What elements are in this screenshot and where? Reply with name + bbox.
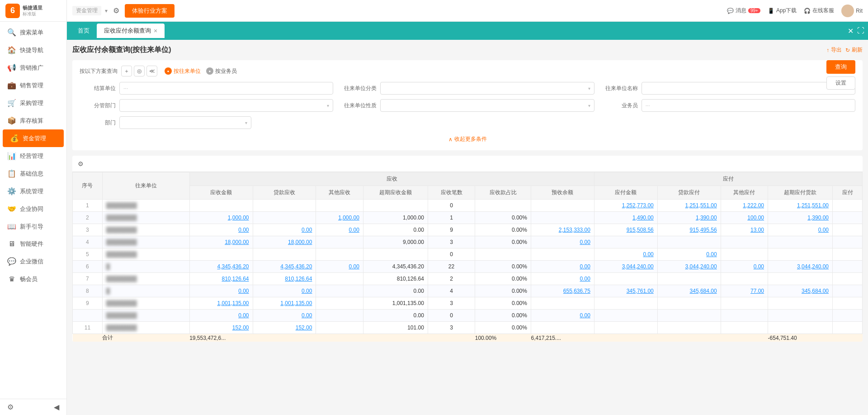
filter-input-salesperson[interactable]: ···: [642, 99, 855, 112]
cell-pay-other[interactable]: [721, 248, 768, 261]
cell-recv-prepay[interactable]: 0.00: [531, 236, 594, 248]
cell-recv-amt[interactable]: 0.00: [189, 310, 253, 322]
sidebar-item-wechat[interactable]: 💬 企业微信: [0, 253, 66, 270]
cell-recv-loan[interactable]: 0.00: [253, 224, 316, 236]
cell-recv-prepay[interactable]: 2,153,333.00: [531, 224, 594, 236]
cell-recv-amt[interactable]: 1,001,135.00: [189, 297, 253, 310]
setting-button[interactable]: 设置: [826, 76, 855, 90]
cell-recv-prepay[interactable]: [531, 322, 594, 334]
cell-recv-loan[interactable]: 152.00: [253, 322, 316, 334]
cell-pay-overdue[interactable]: [768, 236, 833, 248]
cell-pay-other[interactable]: [721, 322, 768, 334]
cell-pay-amt[interactable]: 1,252,773.00: [594, 200, 657, 212]
sidebar-item-inventory[interactable]: 📦 库存核算: [0, 112, 66, 129]
tab-home[interactable]: 首页: [71, 27, 97, 35]
cell-pay-amt[interactable]: [594, 310, 657, 322]
cell-recv-loan[interactable]: [253, 248, 316, 261]
cell-recv-amt[interactable]: 810,126.64: [189, 273, 253, 285]
cell-recv-amt[interactable]: 18,000.00: [189, 236, 253, 248]
query-button[interactable]: 查询: [826, 60, 855, 74]
online-service-btn[interactable]: 🎧 在线客服: [804, 7, 834, 14]
cell-pay-loan[interactable]: [657, 310, 721, 322]
sidebar-item-sales[interactable]: 💼 销售管理: [0, 76, 66, 94]
cell-recv-prepay[interactable]: [531, 297, 594, 310]
table-scroll-area[interactable]: 序号 往来单位 应收 应付 应收金额 贷款应收 其他应收 超期应收金额 应收笔数…: [72, 172, 863, 342]
cell-recv-other[interactable]: [316, 310, 363, 322]
cell-recv-loan[interactable]: 0.00: [253, 285, 316, 297]
cell-recv-other[interactable]: [316, 322, 363, 334]
cell-pay-overdue[interactable]: [768, 322, 833, 334]
cell-recv-loan[interactable]: 810,126.64: [253, 273, 316, 285]
cell-pay-amt[interactable]: [594, 236, 657, 248]
sidebar-item-coop[interactable]: 🤝 企业协同: [0, 200, 66, 218]
cell-pay-loan[interactable]: 3,044,240.00: [657, 261, 721, 273]
cell-pay-other[interactable]: [721, 236, 768, 248]
cell-pay-overdue[interactable]: [768, 248, 833, 261]
filter-select-department[interactable]: ▾: [119, 116, 251, 129]
sidebar-item-member[interactable]: ♛ 畅会员: [0, 270, 66, 288]
cell-recv-amt[interactable]: [189, 200, 253, 212]
cell-pay-amt[interactable]: [594, 273, 657, 285]
cell-pay-other[interactable]: [721, 310, 768, 322]
cell-recv-loan[interactable]: 1,001,135.00: [253, 297, 316, 310]
cell-pay-other[interactable]: [721, 297, 768, 310]
cell-pay-loan[interactable]: [657, 236, 721, 248]
sidebar-item-system[interactable]: ⚙️ 系统管理: [0, 182, 66, 200]
filter-select-partner-nature[interactable]: ▾: [380, 99, 594, 112]
scheme-add-btn[interactable]: ＋: [121, 66, 132, 76]
cell-pay-other[interactable]: 100.00: [721, 212, 768, 224]
cell-recv-prepay[interactable]: [531, 212, 594, 224]
settings-gear-icon[interactable]: ⚙: [111, 5, 121, 17]
filter-input-settlement[interactable]: ···: [119, 82, 333, 95]
cell-pay-loan[interactable]: 1,390.00: [657, 212, 721, 224]
cell-pay-amt[interactable]: 1,490.00: [594, 212, 657, 224]
user-area[interactable]: Rit: [841, 5, 863, 17]
app-download-btn[interactable]: 📱 App下载: [768, 7, 797, 14]
cell-recv-other[interactable]: [316, 297, 363, 310]
cell-pay-other[interactable]: [721, 273, 768, 285]
cell-pay-loan[interactable]: 345,684.00: [657, 285, 721, 297]
cell-recv-prepay[interactable]: 0.00: [531, 310, 594, 322]
cell-recv-amt[interactable]: 1,000.00: [189, 212, 253, 224]
tab-close-window-icon[interactable]: ✕: [848, 27, 854, 35]
refresh-btn[interactable]: ↻ 刷新: [845, 46, 863, 54]
cell-pay-overdue[interactable]: 0.00: [768, 224, 833, 236]
cell-pay-other[interactable]: 0.00: [721, 261, 768, 273]
sidebar-item-purchase[interactable]: 🛒 采购管理: [0, 94, 66, 112]
cell-recv-other[interactable]: [316, 200, 363, 212]
sidebar-item-finance[interactable]: 💰 资金管理: [3, 129, 64, 147]
sidebar-item-quick-nav[interactable]: 🏠 快捷导航: [0, 41, 66, 59]
cell-pay-loan[interactable]: [657, 297, 721, 310]
cell-pay-amt[interactable]: 915,508.56: [594, 224, 657, 236]
cell-recv-other[interactable]: 0.00: [316, 261, 363, 273]
cell-pay-other[interactable]: 1,222.00: [721, 200, 768, 212]
cell-recv-loan[interactable]: [253, 212, 316, 224]
cell-pay-loan[interactable]: [657, 273, 721, 285]
cell-recv-prepay[interactable]: [531, 248, 594, 261]
cell-pay-amt[interactable]: 3,044,240.00: [594, 261, 657, 273]
cell-pay-overdue[interactable]: [768, 297, 833, 310]
cell-recv-amt[interactable]: 0.00: [189, 224, 253, 236]
cell-recv-prepay[interactable]: 655,636.75: [531, 285, 594, 297]
cell-pay-other[interactable]: 13.00: [721, 224, 768, 236]
filter-input-partner-name[interactable]: [642, 82, 855, 95]
scheme-option-staff[interactable]: ● 按业务员: [206, 67, 237, 75]
cell-recv-other[interactable]: 0.00: [316, 224, 363, 236]
cell-pay-overdue[interactable]: 345,684.00: [768, 285, 833, 297]
cell-pay-amt[interactable]: [594, 322, 657, 334]
filter-select-dept[interactable]: ▾: [119, 99, 333, 112]
cell-pay-loan[interactable]: 0.00: [657, 248, 721, 261]
scheme-option-unit[interactable]: ● 按往来单位: [165, 67, 201, 75]
collapse-btn[interactable]: ∧ 收起更多条件: [447, 134, 489, 145]
messages-btn[interactable]: 💬 消息 99+: [727, 7, 760, 14]
cell-pay-overdue[interactable]: 1,251,551.00: [768, 200, 833, 212]
cell-pay-overdue[interactable]: 3,044,240.00: [768, 261, 833, 273]
cell-pay-amt[interactable]: [594, 297, 657, 310]
cell-recv-amt[interactable]: 152.00: [189, 322, 253, 334]
cell-recv-prepay[interactable]: [531, 200, 594, 212]
industry-btn[interactable]: 体验行业方案: [125, 4, 175, 18]
cell-recv-amt[interactable]: 0.00: [189, 285, 253, 297]
cell-pay-loan[interactable]: 915,495.56: [657, 224, 721, 236]
tab-maximize-icon[interactable]: ⛶: [857, 27, 864, 35]
cell-recv-other[interactable]: [316, 236, 363, 248]
